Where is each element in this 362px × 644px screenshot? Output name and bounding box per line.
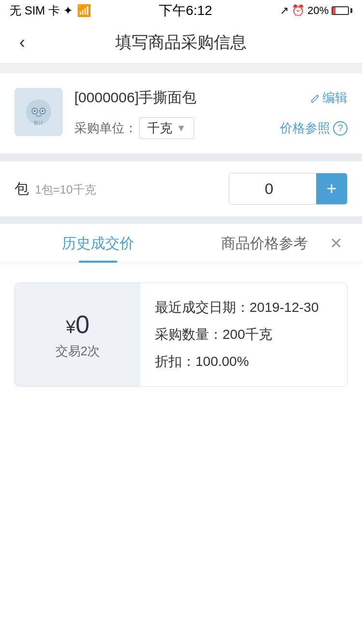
product-thumbnail: 数计: [14, 88, 63, 136]
unit-label: 采购单位：: [74, 121, 137, 135]
tab-close-button[interactable]: ✕: [325, 229, 348, 257]
section-divider-1: [0, 154, 362, 161]
status-time: 下午6:12: [159, 1, 212, 20]
wifi-icon: 📶: [77, 4, 91, 17]
history-price-left: ¥0 交易2次: [15, 283, 140, 386]
product-unit-row: 采购单位： 千克 ▼ 价格参照 ?: [74, 117, 348, 139]
discount-value: 100.00%: [195, 354, 249, 369]
quantity-control: +: [229, 173, 348, 205]
quantity-label-group: 包 1包=10千克: [14, 179, 96, 199]
alarm-icon: ⏰: [292, 4, 305, 17]
tab-price-reference[interactable]: 商品价格参考: [181, 224, 348, 263]
unit-label-group: 采购单位： 千克 ▼: [74, 117, 194, 139]
page-title: 填写商品采购信息: [115, 31, 247, 54]
back-button[interactable]: ‹: [14, 28, 30, 57]
history-detail-right: 最近成交日期：2019-12-30 采购数量：200千克 折扣：100.00%: [140, 283, 347, 386]
quantity-unit-label: 包: [14, 181, 29, 196]
svg-point-5: [34, 110, 36, 112]
unit-select[interactable]: 千克 ▼: [139, 117, 194, 139]
yen-symbol: ¥: [66, 317, 76, 337]
nav-bar: ‹ 填写商品采购信息: [0, 21, 362, 64]
bottom-space: [0, 456, 362, 644]
price-ref-label: 价格参照: [280, 120, 330, 137]
quantity-plus-button[interactable]: +: [316, 173, 347, 204]
product-name-row: [0000006]手撕面包 编辑: [74, 88, 348, 108]
unit-value: 千克: [147, 120, 172, 137]
status-left: 无 SIM 卡 ✦ 📶: [10, 3, 91, 18]
edit-button[interactable]: 编辑: [310, 89, 348, 106]
product-info: [0000006]手撕面包 编辑 采购单位： 千克 ▼: [74, 88, 348, 139]
quantity-row: 包 1包=10千克 +: [0, 161, 362, 216]
svg-text:数计: 数计: [34, 120, 43, 126]
product-section: 数计 [0000006]手撕面包 编辑 采购单位：: [0, 73, 362, 154]
tab-active-underline: [79, 261, 117, 263]
product-row: 数计 [0000006]手撕面包 编辑 采购单位：: [14, 88, 348, 139]
recent-date-value: 2019-12-30: [250, 300, 319, 315]
purchase-quantity-label: 采购数量：: [155, 327, 223, 342]
dropdown-arrow-icon: ▼: [176, 123, 186, 134]
purchase-quantity-row: 采购数量：200千克: [155, 324, 333, 345]
recent-date-label: 最近成交日期：: [155, 300, 250, 315]
discount-label: 折扣：: [155, 354, 195, 369]
price-reference-button[interactable]: 价格参照 ?: [280, 120, 348, 137]
content-panel: ¥0 交易2次 最近成交日期：2019-12-30 采购数量：200千克 折扣：…: [0, 263, 362, 456]
location-icon: ↗: [280, 4, 289, 17]
battery-icon: [332, 6, 352, 15]
tabs-bar: 历史成交价 商品价格参考 ✕: [0, 224, 362, 263]
edit-icon: [310, 93, 320, 103]
status-right: ↗ ⏰ 20%: [280, 4, 352, 17]
history-trade-count: 交易2次: [56, 343, 100, 360]
discount-row: 折扣：100.00%: [155, 351, 333, 372]
status-bar: 无 SIM 卡 ✦ 📶 下午6:12 ↗ ⏰ 20%: [0, 0, 362, 21]
history-price-value: ¥0: [66, 310, 90, 339]
recent-date-row: 最近成交日期：2019-12-30: [155, 297, 333, 318]
tab-history-price[interactable]: 历史成交价: [14, 224, 181, 263]
help-icon: ?: [333, 121, 348, 136]
history-price-card: ¥0 交易2次 最近成交日期：2019-12-30 采购数量：200千克 折扣：…: [14, 282, 348, 387]
quantity-input[interactable]: [229, 173, 316, 204]
svg-point-6: [42, 110, 43, 112]
battery-percent: 20%: [307, 4, 329, 17]
purchase-quantity-value: 200千克: [223, 327, 272, 342]
section-divider-2: [0, 216, 362, 224]
product-logo-icon: 数计: [24, 98, 53, 126]
sim-text: 无 SIM 卡 ✦: [10, 3, 73, 18]
product-name: [0000006]手撕面包: [74, 88, 196, 108]
quantity-conversion: 1包=10千克: [35, 183, 96, 196]
